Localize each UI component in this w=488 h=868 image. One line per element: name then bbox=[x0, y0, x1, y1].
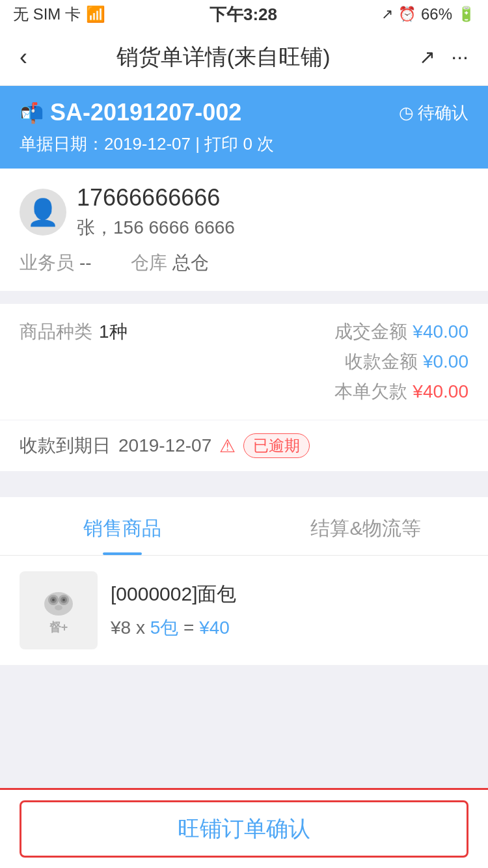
amount-row-0: 成交金额 ¥40.00 bbox=[334, 319, 468, 344]
amount-label-1: 收款金额 bbox=[345, 349, 418, 374]
status-bar-right: ↗ ⏰ 66% 🔋 bbox=[381, 5, 475, 23]
due-section: 收款到期日 2019-12-07 ⚠ 已逾期 bbox=[0, 420, 488, 471]
warehouse-value: 总仓 bbox=[172, 251, 209, 275]
due-row: 收款到期日 2019-12-07 ⚠ 已逾期 bbox=[20, 433, 468, 458]
tab-products[interactable]: 销售商品 bbox=[0, 497, 244, 555]
order-header-top: 📬 SA-20191207-002 ◷ 待确认 bbox=[20, 99, 468, 126]
divider-1 bbox=[0, 291, 488, 304]
summary-row: 商品种类 1种 成交金额 ¥40.00 收款金额 ¥0.00 本单欠款 ¥40.… bbox=[20, 319, 468, 404]
confirm-button[interactable]: 旺铺订单确认 bbox=[20, 800, 468, 858]
amount-label-2: 本单欠款 bbox=[334, 379, 407, 404]
sales-rep-item: 业务员 -- bbox=[20, 251, 92, 275]
alarm-icon: ⏰ bbox=[398, 6, 416, 23]
overdue-badge: 已逾期 bbox=[243, 433, 310, 458]
summary-left: 商品种类 1种 bbox=[20, 319, 128, 344]
product-name: [0000002]面包 bbox=[111, 581, 468, 608]
amount-row-2: 本单欠款 ¥40.00 bbox=[334, 379, 468, 404]
customer-section: 👤 17666666666 张，156 6666 6666 业务员 -- 仓库 … bbox=[0, 169, 488, 291]
summary-section: 商品种类 1种 成交金额 ¥40.00 收款金额 ¥0.00 本单欠款 ¥40.… bbox=[0, 304, 488, 420]
time-display: 下午3:28 bbox=[210, 3, 277, 26]
order-date: 单据日期：2019-12-07 | 打印 0 次 bbox=[20, 133, 468, 156]
status-bar-left: 无 SIM 卡 📶 bbox=[13, 4, 105, 25]
status-bar: 无 SIM 卡 📶 下午3:28 ↗ ⏰ 66% 🔋 bbox=[0, 0, 488, 29]
price-text: ¥8 x bbox=[111, 617, 150, 638]
svg-point-7 bbox=[55, 605, 62, 610]
warehouse-label: 仓库 bbox=[131, 251, 167, 275]
carrier-text: 无 SIM 卡 bbox=[13, 4, 81, 25]
svg-point-0 bbox=[44, 592, 73, 616]
owl-svg bbox=[39, 586, 78, 618]
amount-row-1: 收款金额 ¥0.00 bbox=[345, 349, 468, 374]
customer-details: 17666666666 张，156 6666 6666 bbox=[77, 184, 235, 240]
bottom-bar: 旺铺订单确认 bbox=[0, 788, 488, 868]
amount-label-0: 成交金额 bbox=[334, 319, 407, 344]
product-info: [0000002]面包 ¥8 x 5包 = ¥40 bbox=[111, 581, 468, 640]
due-label: 收款到期日 bbox=[20, 433, 111, 458]
divider-2 bbox=[0, 471, 488, 484]
due-date: 2019-12-07 bbox=[118, 435, 211, 456]
order-icon: 📬 bbox=[20, 102, 44, 124]
person-icon: 👤 bbox=[27, 197, 59, 228]
amount-value-0: ¥40.00 bbox=[413, 321, 468, 342]
customer-top: 👤 17666666666 张，156 6666 6666 bbox=[20, 184, 468, 240]
sales-rep-value: -- bbox=[79, 252, 92, 273]
amount-value-1: ¥0.00 bbox=[423, 351, 468, 372]
tab-settlement[interactable]: 结算&物流等 bbox=[244, 497, 488, 555]
equals-text: = bbox=[178, 617, 199, 638]
customer-phone: 17666666666 bbox=[77, 184, 235, 211]
type-label: 商品种类 bbox=[20, 319, 92, 344]
location-icon: ↗ bbox=[381, 6, 393, 23]
order-id: 📬 SA-20191207-002 bbox=[20, 99, 241, 126]
svg-point-6 bbox=[62, 599, 65, 601]
sales-rep-label: 业务员 bbox=[20, 251, 74, 275]
avatar: 👤 bbox=[20, 189, 66, 236]
svg-point-5 bbox=[52, 599, 55, 601]
product-thumbnail: 督+ bbox=[20, 571, 98, 649]
price-total: ¥40 bbox=[199, 617, 230, 638]
order-status: ◷ 待确认 bbox=[399, 102, 468, 124]
page-title: 销货单详情(来自旺铺) bbox=[116, 42, 331, 72]
warehouse-item: 仓库 总仓 bbox=[131, 251, 209, 275]
battery-icon: 🔋 bbox=[457, 6, 475, 23]
customer-name: 张，156 6666 6666 bbox=[77, 215, 235, 240]
overdue-icon: ⚠ bbox=[219, 435, 236, 457]
nav-actions: ↗ ··· bbox=[419, 45, 468, 69]
order-header-card: 📬 SA-20191207-002 ◷ 待确认 单据日期：2019-12-07 … bbox=[0, 86, 488, 169]
amount-value-2: ¥40.00 bbox=[413, 381, 468, 402]
more-icon[interactable]: ··· bbox=[451, 45, 468, 69]
product-price-row: ¥8 x 5包 = ¥40 bbox=[111, 616, 468, 640]
summary-right: 成交金额 ¥40.00 收款金额 ¥0.00 本单欠款 ¥40.00 bbox=[334, 319, 468, 404]
customer-meta: 业务员 -- 仓库 总仓 bbox=[20, 251, 468, 275]
battery-text: 66% bbox=[421, 5, 452, 23]
product-item: 督+ [0000002]面包 ¥8 x 5包 = ¥40 bbox=[0, 556, 488, 665]
price-qty: 5包 bbox=[150, 617, 179, 638]
tabs-section: 销售商品 结算&物流等 bbox=[0, 497, 488, 556]
share-icon[interactable]: ↗ bbox=[419, 46, 435, 68]
product-logo: 督+ bbox=[39, 586, 78, 635]
wifi-icon: 📶 bbox=[86, 5, 105, 23]
tabs-row: 销售商品 结算&物流等 bbox=[0, 497, 488, 556]
back-button[interactable]: ‹ bbox=[20, 44, 27, 71]
nav-bar: ‹ 销货单详情(来自旺铺) ↗ ··· bbox=[0, 29, 488, 86]
clock-icon: ◷ bbox=[399, 103, 414, 123]
type-value: 1种 bbox=[99, 319, 128, 344]
